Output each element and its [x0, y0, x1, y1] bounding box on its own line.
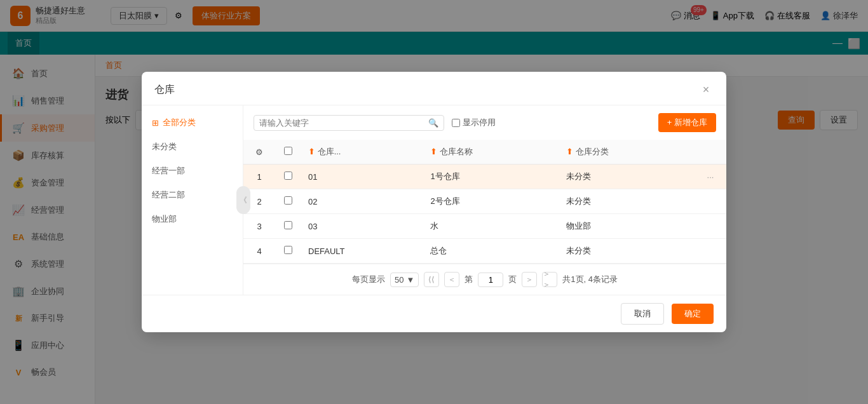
- dialog-title: 仓库: [154, 83, 175, 97]
- col-category-header: ⬆ 仓库分类: [559, 140, 695, 165]
- table-row[interactable]: 2 02 2号仓库 未分类: [243, 189, 726, 214]
- col-action-header: [695, 140, 726, 165]
- col-name-header: ⬆ 仓库名称: [423, 140, 559, 165]
- row-category-2: 未分类: [559, 189, 695, 214]
- row-action-4: [695, 239, 726, 264]
- row-action-3: [695, 214, 726, 239]
- row-code-1: 01: [301, 165, 423, 189]
- col-settings-header: ⚙: [243, 140, 275, 165]
- per-page-select[interactable]: 50 ▼: [390, 273, 419, 287]
- cat-sort-icon: ⬆: [566, 147, 573, 156]
- row-name-2: 2号仓库: [423, 189, 559, 214]
- row-code-2: 02: [301, 189, 423, 214]
- row-checkbox-3: [275, 214, 301, 239]
- table-row[interactable]: 3 03 水 物业部: [243, 214, 726, 239]
- row-select-4[interactable]: [284, 246, 292, 254]
- last-page-button[interactable]: ＞＞: [542, 272, 557, 287]
- search-icon[interactable]: 🔍: [428, 118, 438, 128]
- row-code-4: DEFAULT: [301, 239, 423, 264]
- next-page-button[interactable]: ＞: [522, 272, 537, 287]
- row-category-1: 未分类: [559, 165, 695, 189]
- search-box: 🔍: [254, 115, 444, 131]
- show-disabled-label[interactable]: 显示停用: [452, 117, 496, 128]
- row-select-3[interactable]: [284, 221, 292, 229]
- row-num-4: 4: [243, 239, 275, 264]
- category-sidebar: ⊞ 全部分类 未分类 经营一部 经营二部 物业部 《: [142, 105, 243, 295]
- total-records: 共1页, 4条记录: [562, 274, 618, 285]
- table-header-row: ⚙ ⬆ 仓库... ⬆: [243, 140, 726, 165]
- warehouse-table: ⚙ ⬆ 仓库... ⬆: [243, 140, 726, 264]
- cancel-button[interactable]: 取消: [621, 303, 664, 325]
- row-select-1[interactable]: [284, 172, 292, 180]
- search-input[interactable]: [259, 118, 426, 128]
- more-icon-1[interactable]: ···: [707, 172, 714, 182]
- table-area: 🔍 显示停用 + 新增仓库 ⚙: [243, 105, 726, 295]
- table-container: ⚙ ⬆ 仓库... ⬆: [243, 140, 726, 264]
- table-head: ⚙ ⬆ 仓库... ⬆: [243, 140, 726, 165]
- show-disabled-checkbox[interactable]: [452, 119, 460, 127]
- first-page-button[interactable]: ⟨⟨: [424, 272, 439, 287]
- row-num-1: 1: [243, 165, 275, 189]
- row-checkbox-1: [275, 165, 301, 189]
- dialog-footer: 取消 确定: [142, 295, 726, 332]
- dialog-overlay: 仓库 × ⊞ 全部分类 未分类 经营一部 经营二部 物业部 《: [0, 0, 868, 404]
- col-code-header: ⬆ 仓库...: [301, 140, 423, 165]
- row-num-3: 3: [243, 214, 275, 239]
- prev-page-button[interactable]: ＜: [444, 272, 459, 287]
- warehouse-dialog: 仓库 × ⊞ 全部分类 未分类 经营一部 经营二部 物业部 《: [142, 72, 726, 332]
- cat-item-property[interactable]: 物业部: [142, 207, 243, 231]
- cat-item-ops1[interactable]: 经营一部: [142, 159, 243, 183]
- row-category-3: 物业部: [559, 214, 695, 239]
- row-select-2[interactable]: [284, 196, 292, 205]
- row-name-3: 水: [423, 214, 559, 239]
- col-checkbox-header: [275, 140, 301, 165]
- cat-item-ops2[interactable]: 经营二部: [142, 183, 243, 207]
- name-sort-icon: ⬆: [430, 147, 437, 156]
- all-categories[interactable]: ⊞ 全部分类: [142, 111, 243, 135]
- add-warehouse-button[interactable]: + 新增仓库: [658, 113, 716, 132]
- close-icon[interactable]: ×: [698, 82, 714, 97]
- all-categories-label: 全部分类: [163, 117, 196, 128]
- row-name-1: 1号仓库: [423, 165, 559, 189]
- per-page-value: 50: [395, 275, 403, 285]
- row-checkbox-4: [275, 239, 301, 264]
- row-category-4: 未分类: [559, 239, 695, 264]
- col-settings-icon: ⚙: [255, 147, 263, 157]
- collapse-button[interactable]: 《: [236, 186, 250, 214]
- table-toolbar: 🔍 显示停用 + 新增仓库: [243, 105, 726, 140]
- pagination: 每页显示 50 ▼ ⟨⟨ ＜ 第 页 ＞ ＞＞ 共1页, 4条记录: [243, 264, 726, 295]
- table-row[interactable]: 4 DEFAULT 总仓 未分类: [243, 239, 726, 264]
- select-all-checkbox[interactable]: [284, 147, 292, 155]
- cat-item-uncategorized[interactable]: 未分类: [142, 135, 243, 159]
- page-number-input[interactable]: [478, 273, 503, 287]
- row-name-4: 总仓: [423, 239, 559, 264]
- per-page-chevron-icon: ▼: [406, 275, 414, 285]
- page-suffix: 页: [508, 274, 517, 285]
- row-action-1: ···: [695, 165, 726, 189]
- per-page-label: 每页显示: [352, 274, 385, 285]
- grid-icon: ⊞: [152, 118, 159, 128]
- dialog-body: ⊞ 全部分类 未分类 经营一部 经营二部 物业部 《 🔍: [142, 105, 726, 295]
- row-action-2: [695, 189, 726, 214]
- confirm-button[interactable]: 确定: [672, 304, 714, 324]
- row-code-3: 03: [301, 214, 423, 239]
- page-label: 第: [465, 274, 473, 285]
- sort-icon: ⬆: [308, 147, 315, 156]
- row-checkbox-2: [275, 189, 301, 214]
- table-row[interactable]: 1 01 1号仓库 未分类 ···: [243, 165, 726, 189]
- dialog-header: 仓库 ×: [142, 72, 726, 105]
- table-body: 1 01 1号仓库 未分类 ···: [243, 165, 726, 264]
